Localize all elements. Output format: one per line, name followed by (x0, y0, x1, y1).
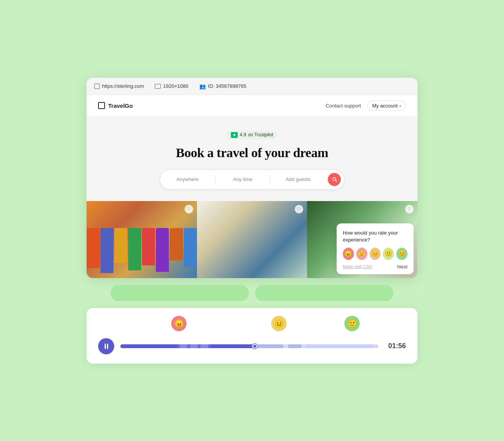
survey-popup: How would you rate your experience? 😠 😟 … (337, 223, 414, 274)
progress-seg-4 (306, 344, 373, 348)
website-content: TravelGo Contact support My account › ★ … (87, 95, 417, 278)
pill-button-left[interactable] (110, 285, 249, 301)
pause-bar-2 (107, 344, 108, 349)
resolution-text: 1920×1080 (163, 83, 188, 89)
my-account-button[interactable]: My account › (367, 101, 406, 111)
contact-support-link[interactable]: Contact support (325, 103, 361, 109)
survey-emojis: 😠 😟 😐 🙂 😊 (343, 248, 407, 260)
hero-section: ★ 4.9 on Trustpilot Book a travel of you… (87, 117, 417, 201)
progress-seg-1 (120, 344, 177, 348)
logo[interactable]: TravelGo (98, 102, 133, 109)
site-nav: TravelGo Contact support My account › (87, 95, 417, 117)
progress-seg-gap-2 (190, 344, 198, 348)
progress-seg-2 (211, 344, 252, 348)
search-anywhere[interactable]: Anywhere (160, 175, 215, 184)
url-icon (94, 84, 100, 89)
rating-score: 4.9 (240, 132, 246, 137)
player-panel: 😠 😐 🙂 (87, 308, 417, 364)
player-time: 01:56 (385, 342, 406, 350)
emoji-option-angry[interactable]: 😠 (343, 248, 354, 260)
favorite-icon-3[interactable]: ♡ (405, 205, 414, 213)
progress-seg-gap-4 (288, 344, 301, 348)
player-controls: 01:56 (98, 338, 406, 354)
id-text: ID: 34567898765 (208, 83, 247, 89)
progress-seg-3 (257, 344, 283, 348)
monitor-icon (155, 84, 161, 89)
hero-title: Book a travel of your dream (94, 146, 410, 160)
trustpilot-badge: ★ 4.9 on Trustpilot (226, 131, 278, 139)
emoji-option-sad[interactable]: 😟 (356, 248, 367, 260)
browser-bar: https://sterling.com 1920×1080 👥 ID: 345… (87, 78, 417, 95)
session-id: 👥 ID: 34567898765 (199, 83, 247, 89)
timeline-emoji-neutral: 😐 (271, 316, 287, 331)
progress-seg-gap-3 (200, 344, 208, 348)
image-grid: ♡ ♡ ♡ How would you rate your experience… (87, 201, 417, 278)
search-button[interactable] (328, 173, 341, 186)
emoji-option-happy[interactable]: 🙂 (383, 248, 394, 260)
survey-question: How would you rate your experience? (343, 230, 407, 243)
progress-thumb[interactable] (252, 344, 257, 349)
progress-track[interactable] (120, 344, 379, 348)
favorite-icon-1[interactable]: ♡ (185, 205, 193, 213)
timeline-emoji-angry: 😠 (171, 316, 187, 331)
nav-right: Contact support My account › (325, 101, 406, 111)
emoji-option-neutral[interactable]: 😐 (370, 248, 381, 260)
pause-button[interactable] (98, 338, 114, 354)
favorite-icon-2[interactable]: ♡ (295, 205, 303, 213)
destination-image-1[interactable]: ♡ (87, 201, 197, 278)
resolution-display: 1920×1080 (155, 83, 188, 89)
survey-footer: Made with CSQ Next (343, 264, 407, 270)
timeline-emoji-happy: 🙂 (344, 316, 360, 331)
survey-made-by[interactable]: Made with CSQ (343, 264, 372, 269)
survey-next-button[interactable]: Next (397, 264, 407, 270)
progress-seg-gap-1 (180, 344, 187, 348)
pause-bar-1 (105, 344, 106, 349)
logo-icon (98, 102, 105, 109)
url-bar[interactable]: https://sterling.com (94, 83, 144, 89)
buildings-illustration (87, 228, 197, 278)
player-emoji-row: 😠 😐 🙂 (121, 316, 406, 335)
search-icon (332, 176, 337, 182)
rating-platform: on Trustpilot (248, 132, 273, 137)
my-account-label: My account (372, 103, 397, 109)
emoji-option-great[interactable]: 😊 (396, 248, 407, 260)
search-time[interactable]: Any time (215, 175, 271, 184)
search-guests[interactable]: Add guests (270, 175, 325, 184)
users-icon: 👥 (199, 83, 206, 89)
logo-text: TravelGo (108, 102, 133, 109)
pause-icon (105, 344, 108, 349)
browser-frame: https://sterling.com 1920×1080 👥 ID: 345… (87, 78, 417, 278)
destination-image-3[interactable]: ♡ How would you rate your experience? 😠 … (307, 201, 417, 278)
pill-button-right[interactable] (255, 285, 394, 301)
url-text: https://sterling.com (102, 83, 144, 89)
search-bar[interactable]: Anywhere Any time Add guests (160, 169, 344, 189)
destination-image-2[interactable]: ♡ (197, 201, 307, 278)
trustpilot-star: ★ (231, 132, 238, 138)
pill-buttons-row (79, 285, 425, 301)
chevron-right-icon: › (399, 103, 401, 109)
